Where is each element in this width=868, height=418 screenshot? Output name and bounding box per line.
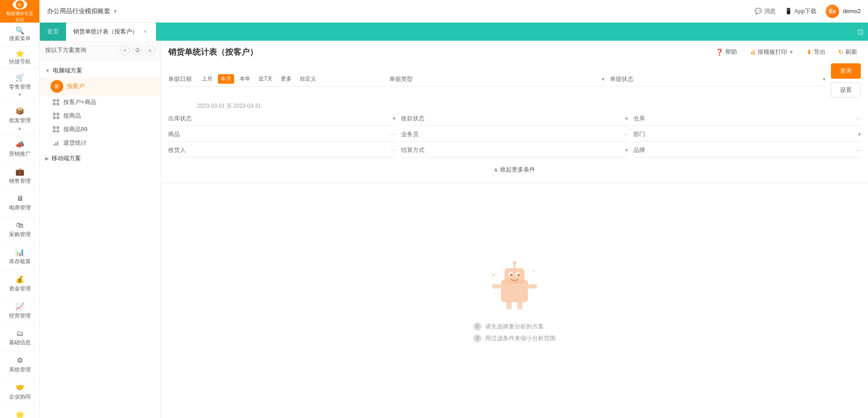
scheme-collapse-btn[interactable]: «	[145, 45, 155, 55]
svg-rect-2	[53, 99, 56, 102]
scheme-group-mobile-header[interactable]: ▶ 移动端方案	[40, 152, 160, 165]
tip-2-num: ②	[473, 334, 481, 342]
page-title: 销货单统计表（按客户）	[168, 47, 258, 57]
scheme-group-desktop-header[interactable]: ▼ 电脑端方案	[40, 64, 160, 77]
scheme-item-return-stats[interactable]: 退货统计	[40, 136, 160, 150]
brand-more-icon[interactable]: ···	[856, 147, 861, 153]
return-stats-icon	[52, 139, 60, 147]
export-label: 导出	[814, 48, 826, 56]
wholesale-label: 批发管理	[9, 117, 31, 124]
filter-order-status: 单据状态 ▾	[610, 75, 826, 86]
filter-receive-status: 收款状态 ▾	[401, 114, 628, 126]
user-area[interactable]: Ea demo2	[826, 5, 861, 18]
scheme-item-by-customer-product[interactable]: 按客户+商品	[40, 95, 160, 109]
sidebar-item-basic[interactable]: 🗂 基础信息	[0, 325, 39, 352]
sidebar-item-inventory[interactable]: 📊 库存核算	[0, 243, 39, 271]
sidebar-item-sales[interactable]: 💼 销售管理	[0, 163, 39, 190]
scheme-item-by-product99[interactable]: 按商品99	[40, 123, 160, 136]
scheme-settings-btn[interactable]: ⚙	[132, 45, 142, 55]
print-dropdown-icon[interactable]: ▼	[789, 49, 794, 55]
dept-dropdown-icon[interactable]: ▾	[858, 131, 861, 138]
action-buttons: 查询 设置	[831, 63, 861, 98]
settlement-dropdown-icon[interactable]: ▾	[625, 147, 628, 153]
user-avatar[interactable]: Ea	[826, 5, 839, 18]
sidebar-item-retail[interactable]: 🛒 零售管理 ▼	[0, 69, 39, 102]
filter-product: 商品 ···	[168, 130, 396, 142]
content-area: 按以下方案查询 + ⚙ « ▼	[40, 41, 868, 418]
date-btn-7days[interactable]: 近7天	[256, 74, 275, 84]
search-menu[interactable]: 🔍 搜索菜单	[0, 23, 39, 47]
sidebar-item-system[interactable]: ⚙ 系统管理	[0, 352, 39, 379]
setting-btn[interactable]: 设置	[831, 82, 861, 98]
filter-row-2: 出库状态 ▾ 收款状态 ▾	[168, 114, 861, 126]
sidebar-item-enterprise[interactable]: 🤝 企业协同	[0, 379, 39, 406]
receiver-value: ···	[199, 147, 396, 153]
sidebar-item-finance[interactable]: 💰 资金管理	[0, 271, 39, 298]
receive-status-dropdown-icon[interactable]: ▾	[625, 115, 628, 122]
quick-nav[interactable]: ⭐ 快捷导航	[0, 47, 39, 69]
sidebar-item-wholesale[interactable]: 📦 批发管理 ▲	[0, 102, 39, 136]
svg-rect-28	[517, 301, 523, 309]
refresh-btn[interactable]: ↻ 刷新	[835, 46, 861, 58]
scheme-item-by-product[interactable]: 按商品	[40, 109, 160, 123]
export-btn[interactable]: ⬇ 导出	[803, 46, 829, 58]
out-status-dropdown-icon[interactable]: ▾	[393, 115, 396, 122]
receive-status-label: 收款状态	[401, 114, 428, 123]
scheme-add-btn[interactable]: +	[120, 45, 130, 55]
collapse-bar[interactable]: ∧ 收起更多条件	[168, 162, 861, 177]
date-btn-this-year[interactable]: 本年	[237, 74, 253, 84]
svg-rect-18	[505, 268, 524, 284]
sidebar-item-operation[interactable]: 📈 经营管理	[0, 298, 39, 325]
tab-restore-btn[interactable]: ⊡	[858, 28, 863, 36]
retail-label: 零售管理	[9, 83, 31, 91]
empty-tips: ① 请先选择要分析的方案 ② 用过滤条件来缩小分析范围	[473, 323, 556, 342]
tab-home[interactable]: 首页	[40, 23, 66, 41]
header-dropdown-icon[interactable]: ▾	[114, 8, 117, 14]
filter-row-4: 收货人 ··· 结算方式 ▾	[168, 146, 861, 157]
tab-actions: ⊡	[853, 28, 868, 36]
print-btn[interactable]: 🖨 按模板打印 ▼	[746, 46, 797, 58]
svg-rect-10	[53, 126, 56, 129]
retail-expand-icon: ▼	[18, 92, 22, 97]
sidebar-item-marketing[interactable]: 📣 营销推广	[0, 136, 39, 163]
app-download-btn[interactable]: 📱 App下载	[785, 7, 816, 15]
out-status-value: ▾	[199, 115, 396, 122]
help-btn[interactable]: ❓ 帮助	[712, 46, 741, 58]
tab-close-btn[interactable]: ×	[142, 28, 149, 35]
dept-value: ▾	[664, 131, 861, 138]
order-status-dropdown-icon[interactable]: ▾	[823, 76, 826, 82]
sidebar-item-newguide[interactable]: 🌟 新手引导	[0, 406, 39, 418]
date-btn-more[interactable]: 更多	[278, 74, 294, 84]
salesperson-more-icon[interactable]: ···	[623, 131, 628, 138]
order-type-dropdown-icon[interactable]: ▾	[602, 76, 604, 82]
app-logo[interactable]: 好 畅捷通好生意 标版	[0, 0, 39, 23]
desktop-group-label: 电脑端方案	[53, 66, 155, 75]
filter-out-status: 出库状态 ▾	[168, 114, 396, 126]
scheme-item-by-customer[interactable]: 客 按客户	[40, 77, 160, 95]
search-btn[interactable]: 查询	[831, 63, 861, 79]
svg-rect-27	[506, 301, 512, 309]
message-btn[interactable]: 💬 消息	[755, 7, 776, 15]
empty-illustration: ✦ ✦	[487, 259, 542, 314]
order-status-value: ▾	[641, 76, 826, 82]
date-btn-custom[interactable]: 自定义	[297, 74, 319, 84]
by-customer-circle-icon: 客	[51, 80, 63, 93]
product-more-icon[interactable]: ···	[391, 131, 396, 138]
quick-nav-label: 快捷导航	[9, 58, 31, 65]
receiver-more-icon[interactable]: ···	[391, 147, 396, 153]
filter-date: 单据日期 上月 本月 本年 近7天 更多 自定义	[168, 74, 384, 87]
help-label: 帮助	[725, 48, 737, 56]
receiver-label: 收货人	[168, 146, 195, 154]
date-btn-this-month[interactable]: 本月	[218, 74, 234, 84]
warehouse-more-icon[interactable]: ···	[856, 115, 861, 122]
tab-active[interactable]: 销货单统计表（按客户） ×	[66, 23, 156, 41]
date-value: 上月 本月 本年 近7天 更多 自定义	[199, 74, 384, 84]
enterprise-label: 企业协同	[9, 393, 31, 401]
scheme-group-desktop: ▼ 电脑端方案 客 按客户 按客户+商品	[40, 64, 160, 150]
sidebar-item-purchase[interactable]: 🛍 采购管理	[0, 217, 39, 243]
date-range-display: 2023-03-01 至 2023-03-31	[197, 102, 861, 110]
sidebar-item-ecom[interactable]: 🖥 电商管理	[0, 190, 39, 217]
dept-label: 部门	[633, 130, 660, 138]
date-btn-last-month[interactable]: 上月	[199, 74, 215, 84]
empty-tip-1: ① 请先选择要分析的方案	[473, 323, 556, 331]
